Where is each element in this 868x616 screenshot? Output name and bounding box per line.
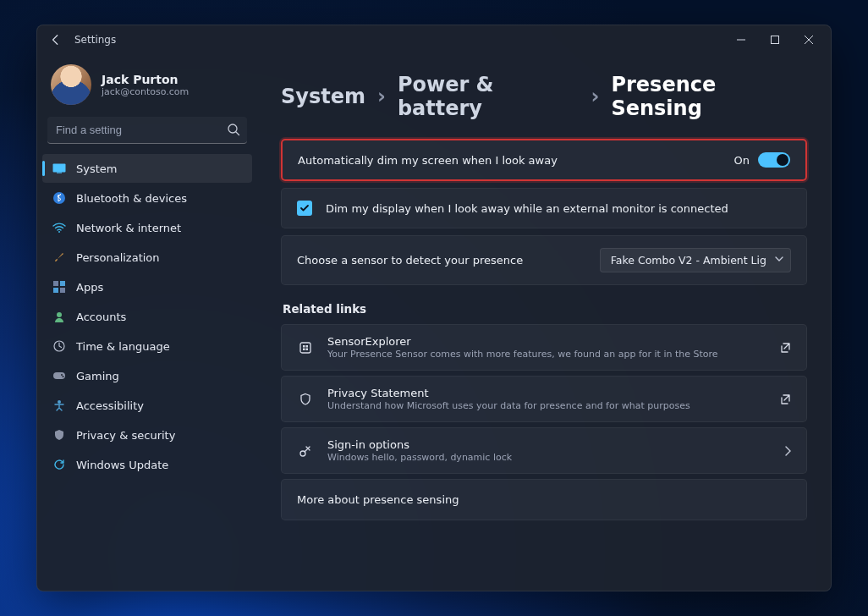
- breadcrumb-system[interactable]: System: [281, 85, 365, 108]
- sidebar-item-bluetooth[interactable]: Bluetooth & devices: [42, 184, 252, 212]
- sidebar-item-label: Accessibility: [76, 399, 144, 412]
- main-content: System › Power & battery › Presence Sens…: [257, 54, 831, 591]
- svg-rect-8: [53, 288, 58, 293]
- system-icon: [52, 162, 66, 175]
- sidebar-item-label: Accounts: [76, 311, 126, 323]
- link-title: Privacy Statement: [327, 387, 766, 399]
- clock-globe-icon: [52, 339, 66, 353]
- svg-rect-7: [60, 281, 65, 286]
- back-button[interactable]: [47, 31, 64, 48]
- sensor-dropdown[interactable]: Fake Combo V2 - Ambient Lig: [600, 248, 791, 272]
- link-subtitle: Your Presence Sensor comes with more fea…: [327, 349, 766, 360]
- dim-external-checkbox[interactable]: [297, 201, 312, 216]
- profile-name: Jack Purton: [102, 73, 189, 86]
- search-input[interactable]: [47, 117, 247, 144]
- svg-rect-12: [53, 372, 65, 379]
- breadcrumb: System › Power & battery › Presence Sens…: [281, 73, 807, 120]
- sidebar-item-accounts[interactable]: Accounts: [42, 302, 252, 331]
- sidebar-item-personalization[interactable]: Personalization: [42, 243, 252, 272]
- setting-auto-dim: Automatically dim my screen when I look …: [281, 139, 807, 181]
- setting-label: Choose a sensor to detect your presence: [297, 254, 523, 267]
- related-signin-options[interactable]: Sign-in options Windows hello, password,…: [281, 427, 807, 474]
- sidebar-item-label: Privacy & security: [76, 429, 175, 442]
- key-icon: [297, 443, 314, 459]
- svg-point-10: [57, 312, 62, 317]
- link-subtitle: Understand how Microsoft uses your data …: [327, 400, 766, 411]
- sidebar-item-accessibility[interactable]: Accessibility: [42, 391, 252, 420]
- chevron-down-icon: [775, 256, 783, 261]
- svg-point-13: [61, 374, 63, 376]
- app-title: Settings: [74, 34, 116, 46]
- avatar: [51, 64, 91, 105]
- open-external-icon: [779, 393, 791, 405]
- breadcrumb-current: Presence Sensing: [611, 73, 807, 120]
- dropdown-value: Fake Combo V2 - Ambient Lig: [611, 254, 766, 267]
- sidebar-item-windows-update[interactable]: Windows Update: [42, 450, 252, 479]
- svg-point-5: [58, 231, 60, 233]
- settings-window: Settings Jack Purton jack@contoso.com: [36, 25, 832, 591]
- related-sensorexplorer[interactable]: SensorExplorer Your Presence Sensor come…: [281, 324, 807, 371]
- sidebar-item-label: Bluetooth & devices: [76, 192, 187, 205]
- maximize-button[interactable]: [758, 27, 792, 52]
- person-icon: [52, 310, 66, 323]
- more-about-presence[interactable]: More about presence sensing: [281, 479, 807, 520]
- setting-sensor: Choose a sensor to detect your presence …: [281, 235, 807, 285]
- related-privacy-statement[interactable]: Privacy Statement Understand how Microso…: [281, 376, 807, 422]
- search-icon: [227, 123, 240, 136]
- minimize-button[interactable]: [724, 27, 758, 52]
- open-external-icon: [779, 342, 791, 354]
- svg-rect-3: [57, 173, 62, 173]
- breadcrumb-power-battery[interactable]: Power & battery: [398, 73, 580, 120]
- auto-dim-toggle[interactable]: [758, 152, 790, 168]
- sidebar-item-label: Time & language: [76, 340, 170, 353]
- gamepad-icon: [52, 369, 66, 382]
- svg-rect-20: [306, 348, 309, 350]
- apps-icon: [52, 280, 66, 294]
- more-label: More about presence sensing: [297, 493, 459, 506]
- svg-rect-17: [303, 345, 305, 348]
- sidebar-item-gaming[interactable]: Gaming: [42, 361, 252, 390]
- chevron-right-icon: ›: [377, 85, 386, 108]
- svg-point-15: [58, 400, 61, 404]
- sidebar-item-time-language[interactable]: Time & language: [42, 332, 252, 360]
- titlebar: Settings: [37, 25, 831, 54]
- svg-rect-18: [306, 345, 309, 348]
- svg-rect-0: [772, 36, 779, 44]
- sidebar-item-label: Apps: [76, 281, 103, 294]
- chevron-right-icon: [784, 446, 791, 456]
- profile[interactable]: Jack Purton jack@contoso.com: [42, 59, 252, 117]
- shield-outline-icon: [297, 391, 314, 408]
- link-subtitle: Windows hello, password, dynamic lock: [327, 452, 771, 463]
- sidebar-item-label: Windows Update: [76, 459, 168, 471]
- shield-icon: [52, 428, 66, 442]
- search-box: [47, 117, 247, 144]
- brush-icon: [52, 250, 66, 264]
- svg-rect-16: [300, 343, 310, 353]
- setting-label: Dim my display when I look away while an…: [326, 202, 728, 215]
- related-links-heading: Related links: [283, 302, 807, 316]
- svg-rect-2: [53, 164, 66, 173]
- sidebar-item-label: Gaming: [76, 370, 119, 382]
- svg-rect-19: [303, 348, 305, 350]
- svg-point-14: [63, 376, 64, 377]
- wifi-icon: [52, 221, 66, 234]
- profile-email: jack@contoso.com: [102, 86, 189, 97]
- sidebar-item-privacy[interactable]: Privacy & security: [42, 421, 252, 449]
- store-app-icon: [297, 339, 314, 356]
- bluetooth-icon: [52, 191, 66, 205]
- sidebar: Jack Purton jack@contoso.com System Blue…: [37, 54, 257, 591]
- svg-rect-9: [60, 288, 65, 293]
- link-title: SensorExplorer: [327, 335, 766, 348]
- svg-rect-6: [53, 281, 58, 286]
- sidebar-item-label: Network & internet: [76, 222, 181, 234]
- sidebar-item-apps[interactable]: Apps: [42, 272, 252, 301]
- sidebar-item-network[interactable]: Network & internet: [42, 213, 252, 242]
- update-icon: [52, 458, 66, 471]
- accessibility-icon: [52, 399, 66, 412]
- close-button[interactable]: [792, 27, 826, 52]
- setting-label: Automatically dim my screen when I look …: [298, 154, 558, 167]
- sidebar-item-label: System: [76, 162, 117, 175]
- setting-dim-external: Dim my display when I look away while an…: [281, 188, 807, 228]
- sidebar-item-label: Personalization: [76, 251, 160, 264]
- sidebar-item-system[interactable]: System: [42, 154, 252, 183]
